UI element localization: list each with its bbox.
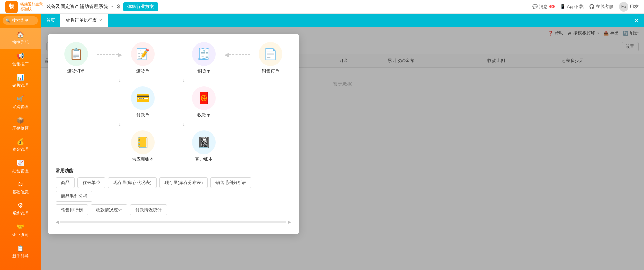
content-area: 首页 销售订单执行表 ✕ ✕ ❓ 帮助 🖨 按模板打印 (41, 14, 644, 270)
message-badge: 5 (549, 5, 555, 8)
sales-icon: 📊 (17, 74, 24, 81)
arrow-sale-order-to-bill: ◀ (224, 51, 250, 65)
topbar-title: 装备及固定资产辅助管理系统 ▾ ⚙ 体验行业方案 (46, 2, 532, 11)
quick-nav-popup: 📋 进货订单 ▶ (48, 34, 299, 234)
sidebar-item-finance[interactable]: 💰 资金管理 (0, 134, 41, 156)
experience-button[interactable]: 体验行业方案 (123, 2, 158, 11)
sale-order-circle: 📄 (259, 42, 282, 66)
basic-info-icon: 🗂 (17, 181, 23, 188)
arrow-down-sale: ↓ (163, 77, 204, 83)
func-btn-sales-ranking[interactable]: 销售排行榜 (56, 204, 88, 215)
sidebar-item-enterprise[interactable]: 🤝 企业协同 (0, 220, 41, 241)
sidebar-item-operations[interactable]: 📈 经营管理 (0, 156, 41, 177)
popup-overlay: 📋 进货订单 ▶ (41, 27, 644, 270)
flow-node-sale-bill[interactable]: 🧾 销货单 (184, 42, 224, 74)
inventory-icon: 📦 (17, 116, 24, 124)
enterprise-icon: 🤝 (17, 223, 24, 231)
close-all-button[interactable]: ✕ (629, 17, 644, 24)
sidebar-item-label: 库存核算 (12, 125, 29, 131)
tab-bar: 首页 销售订单执行表 ✕ ✕ (41, 14, 644, 27)
tab-home[interactable]: 首页 (41, 14, 60, 27)
sidebar-item-label: 快捷导航 (12, 40, 29, 46)
system-icon: ⚙ (18, 202, 23, 209)
flow-diagram: 📋 进货订单 ▶ (56, 42, 291, 162)
sidebar-item-system[interactable]: ⚙ 系统管理 (0, 198, 41, 220)
common-functions-title: 常用功能 (56, 168, 291, 174)
scroll-right-icon[interactable]: ▶ (288, 220, 291, 224)
scroll-left-icon[interactable]: ◀ (56, 220, 59, 224)
sidebar: 🔍 搜索菜单 🏠 快捷导航 📢 营销推广 📊 销售管理 🛒 采购管理 📦 库存核… (0, 14, 41, 270)
user-menu[interactable]: Ea 用友 (619, 2, 639, 12)
customer-ledger-circle: 📓 (192, 130, 216, 154)
sidebar-item-quick-nav[interactable]: 🏠 快捷导航 (0, 28, 41, 49)
func-btn-payment-stats[interactable]: 付款情况统计 (130, 204, 167, 215)
sidebar-item-label: 销售管理 (12, 83, 29, 88)
func-btn-inventory-dist[interactable]: 现存量(库存分布表) (159, 177, 208, 188)
message-icon: 💬 (532, 4, 538, 9)
online-service-button[interactable]: 🎧 在线客服 (589, 4, 613, 10)
page-content: ❓ 帮助 🖨 按模板打印 ▾ 📤 导出 🔄 刷新 (41, 27, 644, 270)
sidebar-item-label: 资金管理 (12, 147, 29, 152)
tab-sale-order[interactable]: 销售订单执行表 ✕ (60, 14, 108, 27)
dashed-line (97, 54, 118, 55)
service-icon: 🎧 (589, 4, 594, 9)
func-btn-product[interactable]: 商品 (56, 177, 75, 188)
avatar: Ea (619, 2, 628, 12)
flow-row-3: 📒 供应商账本 📓 客户账本 (56, 130, 291, 162)
sidebar-item-basic-info[interactable]: 🗂 基础信息 (0, 177, 41, 198)
sidebar-item-sales[interactable]: 📊 销售管理 (0, 70, 41, 92)
flow-node-supplier-ledger[interactable]: 📒 供应商账本 (122, 130, 163, 162)
sidebar-item-guide[interactable]: 📋 新手引导 (0, 241, 41, 263)
flow-row-arrows2: ↓ ↓ (56, 121, 291, 128)
func-btn-product-profit[interactable]: 商品毛利分析 (56, 191, 92, 202)
payment-circle: 💳 (131, 86, 155, 110)
flow-node-purchase-order[interactable]: 📋 进货订单 (56, 42, 97, 74)
sale-bill-circle: 🧾 (192, 42, 216, 66)
arrow-down-payment: ↓ (99, 121, 140, 127)
sidebar-item-label: 营销推广 (12, 61, 29, 67)
flow-row-2: 💳 付款单 🧧 收款单 (56, 86, 291, 118)
logo: 畅 畅康通好生意 标准版 (5, 1, 46, 13)
scroll-track[interactable] (60, 221, 286, 223)
receipt-label: 收款单 (197, 112, 211, 118)
flow-node-customer-ledger[interactable]: 📓 客户账本 (184, 130, 224, 162)
flow-node-payment[interactable]: 💳 付款单 (122, 86, 163, 118)
dashed-line-2 (229, 54, 250, 55)
main-layout: 🔍 搜索菜单 🏠 快捷导航 📢 营销推广 📊 销售管理 🛒 采购管理 📦 库存核… (0, 14, 644, 270)
sidebar-search-area: 🔍 搜索菜单 (0, 14, 41, 28)
func-btn-receipt-stats[interactable]: 收款情况统计 (91, 204, 127, 215)
supplier-ledger-label: 供应商账本 (132, 156, 154, 162)
sidebar-item-marketing[interactable]: 📢 营销推广 (0, 49, 41, 70)
purchase-bill-circle: 📝 (131, 42, 155, 66)
sidebar-item-purchase[interactable]: 🛒 采购管理 (0, 92, 41, 113)
flow-node-sale-order[interactable]: 📄 销售订单 (250, 42, 291, 74)
home-icon: 🏠 (17, 31, 24, 38)
system-name: 装备及固定资产辅助管理系统 (46, 4, 108, 10)
arrow-down-receipt: ↓ (163, 121, 204, 127)
flow-row-arrows: ↓ ↓ (56, 77, 291, 84)
tab-close-icon[interactable]: ✕ (99, 18, 102, 23)
sidebar-item-label: 经营管理 (12, 168, 29, 174)
topbar: 畅 畅康通好生意 标准版 装备及固定资产辅助管理系统 ▾ ⚙ 体验行业方案 💬 … (0, 0, 644, 14)
logo-icon: 畅 (5, 1, 18, 13)
func-btn-supplier[interactable]: 往来单位 (77, 177, 105, 188)
receipt-circle: 🧧 (192, 86, 216, 110)
flow-node-receipt[interactable]: 🧧 收款单 (184, 86, 224, 118)
flow-node-purchase-bill[interactable]: 📝 进货单 (122, 42, 163, 74)
scroll-hint: ◀ ▶ (56, 218, 291, 226)
payment-label: 付款单 (136, 112, 150, 118)
func-btn-gross-profit[interactable]: 销售毛利分析表 (210, 177, 251, 188)
operations-icon: 📈 (17, 159, 24, 167)
settings-icon[interactable]: ⚙ (116, 3, 121, 10)
marketing-icon: 📢 (17, 52, 24, 60)
system-dropdown-icon[interactable]: ▾ (111, 5, 113, 8)
topbar-actions: 💬 消息 5 📱 App下载 🎧 在线客服 Ea 用友 (532, 2, 639, 12)
message-button[interactable]: 💬 消息 5 (532, 4, 555, 10)
arrow-purchase-order-to-bill: ▶ (97, 51, 122, 65)
func-btn-inventory-status[interactable]: 现存量(库存状况表) (108, 177, 157, 188)
sidebar-item-label: 采购管理 (12, 104, 29, 110)
customer-ledger-label: 客户账本 (195, 156, 213, 162)
search-menu-button[interactable]: 🔍 搜索菜单 (3, 16, 38, 25)
app-download-button[interactable]: 📱 App下载 (560, 4, 584, 10)
sidebar-item-inventory[interactable]: 📦 库存核算 (0, 113, 41, 134)
